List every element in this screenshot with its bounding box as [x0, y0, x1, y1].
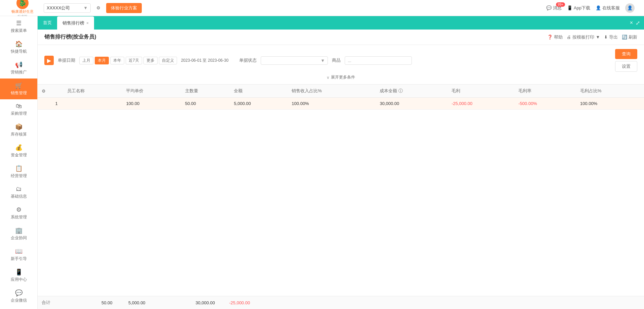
sidebar-item-operations[interactable]: 📋 经营管理 [0, 161, 37, 182]
sidebar-label-purchase: 采购管理 [11, 111, 27, 116]
sidebar-item-vip[interactable]: V 畅会员 [0, 307, 37, 309]
sidebar-label-search: 搜索菜单 [11, 28, 27, 34]
refresh-btn[interactable]: 🔄 刷新 [622, 34, 637, 40]
date-btn-this-month[interactable]: 本月 [95, 57, 109, 64]
avatar[interactable]: 👤 [625, 3, 635, 13]
date-btn-custom[interactable]: 自定义 [159, 57, 177, 64]
col-cost: 成本全额 ⓘ [376, 85, 447, 98]
date-btn-this-year[interactable]: 本年 [110, 57, 124, 64]
online-service-btn[interactable]: 👤 在线客服 [596, 5, 620, 11]
baseinfo-icon: 🗂 [16, 186, 22, 193]
footer-cost: 30,000.00 [191, 300, 225, 305]
footer-avg-price [71, 300, 97, 305]
settings-icon[interactable]: ⚙ [93, 3, 103, 13]
top-right-actions: 💬 消息 99+ 📱 App下载 👤 在线客服 👤 [546, 3, 640, 13]
logo-title: 畅康通好生意 [11, 9, 34, 14]
col-settings[interactable]: ⚙ [38, 85, 50, 98]
sidebar-item-quicknav[interactable]: 🏠 快捷导航 [0, 37, 37, 58]
table-row: 1 100.00 50.00 5,000.00 100.00% 30,000.0… [38, 98, 644, 110]
filter-toggle-icon[interactable]: ▶ [44, 56, 54, 65]
sidebar-label-enterprise: 企业协同 [11, 235, 27, 241]
app-download-btn[interactable]: 📱 App下载 [567, 5, 590, 11]
sidebar-item-finance[interactable]: 💰 资金管理 [0, 141, 37, 161]
goods-label: 商品 [332, 57, 341, 63]
sidebar-item-marketing[interactable]: 📢 营销推广 [0, 58, 37, 79]
status-label: 单据状态 [239, 57, 257, 63]
fullscreen-icon[interactable]: ⤢ [636, 20, 640, 26]
company-name: XXXXX公司 [47, 5, 81, 11]
template-print-label: 按模板打印 [572, 34, 594, 40]
expand-more[interactable]: ∨ 展开更多条件 [44, 74, 637, 80]
footer-amount: 5,000.00 [124, 300, 158, 305]
inventory-icon: 📦 [15, 123, 23, 131]
status-dropdown-icon: ▼ [320, 58, 325, 63]
tab-home-label: 首页 [43, 20, 52, 26]
row-avg-price: 100.00 [122, 98, 181, 110]
row-cost: 30,000.00 [376, 98, 447, 110]
sidebar-item-system[interactable]: ⚙ 系统管理 [0, 203, 37, 223]
main-layout: ☰ 搜索菜单 🏠 快捷导航 📢 营销推广 🛒 销售管理 🛍 采购管理 📦 库存核… [0, 16, 644, 309]
sidebar-item-baseinfo[interactable]: 🗂 基础信息 [0, 182, 37, 203]
tab-close-icon[interactable]: × [86, 21, 89, 25]
template-print-btn[interactable]: 🖨 按模板打印 ▼ [567, 34, 600, 40]
industry-btn[interactable]: 体验行业方案 [106, 3, 142, 13]
sidebar-label-finance: 资金管理 [11, 152, 27, 158]
sidebar-item-appcenter[interactable]: 📱 应用中心 [0, 265, 37, 286]
sidebar-item-guide[interactable]: 📖 新手引导 [0, 244, 37, 265]
print-dropdown-icon: ▼ [596, 35, 600, 40]
export-btn[interactable]: ⬇ 导出 [604, 34, 618, 40]
page-content: 销售排行榜(按业务员) ❓ 帮助 🖨 按模板打印 ▼ ⬇ 导出 [38, 30, 644, 309]
window-close-icon[interactable]: × [630, 20, 633, 26]
sidebar-label-marketing: 营销推广 [11, 69, 27, 75]
filter-actions: 查询 设置 [615, 49, 637, 72]
help-btn[interactable]: ❓ 帮助 [547, 34, 563, 40]
online-service-label: 在线客服 [602, 5, 620, 11]
sidebar-label-system: 系统管理 [11, 214, 27, 220]
sidebar-item-wechat[interactable]: 💬 企业微信 [0, 286, 37, 307]
date-btn-last-month[interactable]: 上月 [79, 57, 93, 64]
row-rank: 1 [50, 98, 63, 110]
col-employee: 员工名称 [63, 85, 122, 98]
tab-home[interactable]: 首页 [38, 16, 57, 30]
help-label: 帮助 [554, 34, 563, 40]
sidebar-item-purchase[interactable]: 🛍 采购管理 [0, 99, 37, 120]
table-wrapper: ⚙ 员工名称 平均单价 主数量 全额 销售收入占比% 成本全额 ⓘ 毛利 毛利率… [38, 85, 644, 296]
tab-bar-right: × ⤢ [630, 20, 644, 26]
status-select[interactable]: ▼ [261, 56, 328, 65]
row-sales-pct: 100.00% [288, 98, 376, 110]
goods-more-icon[interactable]: ... [348, 58, 351, 63]
col-amount: 全额 [230, 85, 288, 98]
row-employee [63, 98, 122, 110]
chevron-down-icon: ∨ [327, 75, 330, 80]
home-icon: 🏠 [15, 40, 23, 48]
date-buttons: 上月 本月 本年 近7天 更多 自定义 [79, 57, 177, 64]
filter-row: ▶ 单据日期 上月 本月 本年 近7天 更多 自定义 2023-06-01 至 … [44, 49, 637, 72]
row-main-qty: 50.00 [181, 98, 230, 110]
tab-sales-rank-label: 销售排行榜 [62, 20, 84, 26]
footer-values: 50.00 5,000.00 30,000.00 -25,000.00 [71, 300, 640, 305]
sidebar-label-quicknav: 快捷导航 [11, 49, 27, 54]
sidebar-item-inventory[interactable]: 📦 库存核算 [0, 120, 37, 141]
sidebar-item-search[interactable]: ☰ 搜索菜单 [0, 16, 37, 37]
sidebar-item-enterprise[interactable]: 🏢 企业协同 [0, 223, 37, 244]
service-icon: 👤 [596, 5, 601, 10]
operations-icon: 📋 [15, 165, 23, 172]
row-profit-rate: -500.00% [514, 98, 576, 110]
goods-input[interactable]: ... [345, 56, 412, 65]
sidebar-item-sales[interactable]: 🛒 销售管理 [0, 79, 37, 99]
footer-label: 合计 [42, 300, 50, 306]
sidebar-label-operations: 经营管理 [11, 173, 27, 179]
sidebar-label-appcenter: 应用中心 [11, 277, 27, 282]
row-amount: 5,000.00 [230, 98, 288, 110]
expand-more-label: 展开更多条件 [331, 74, 355, 80]
page-header: 销售排行榜(按业务员) ❓ 帮助 🖨 按模板打印 ▼ ⬇ 导出 [38, 30, 644, 45]
tab-sales-rank[interactable]: 销售排行榜 × [57, 16, 94, 30]
date-btn-7days[interactable]: 近7天 [126, 57, 142, 64]
company-selector[interactable]: XXXXX公司 ▼ [44, 3, 91, 13]
filter-settings-btn[interactable]: 设置 [615, 61, 637, 72]
message-btn[interactable]: 💬 消息 99+ [546, 5, 562, 11]
date-btn-more[interactable]: 更多 [143, 57, 158, 64]
refresh-icon: 🔄 [622, 35, 627, 40]
row-profit-pct: 100.00% [576, 98, 644, 110]
query-btn[interactable]: 查询 [615, 49, 637, 59]
